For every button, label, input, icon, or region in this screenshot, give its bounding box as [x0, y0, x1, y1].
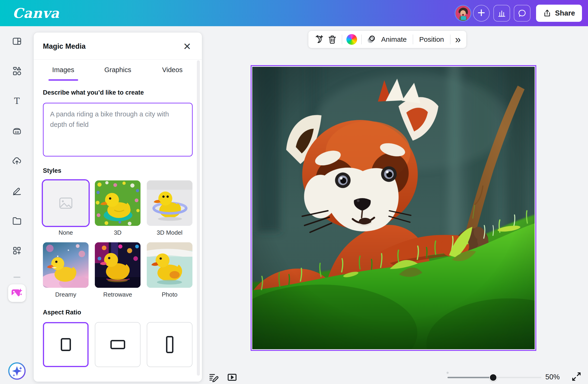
style-option-3d[interactable]: 3D [95, 180, 141, 236]
zoom-slider-thumb[interactable] [489, 374, 497, 382]
sidebar-item-apps[interactable] [9, 245, 25, 256]
zoom-slider-fill [447, 377, 493, 378]
style-thumb-dreamy [43, 242, 89, 288]
sidebar-item-uploads[interactable] [9, 156, 25, 166]
style-3d-duck-image [95, 180, 141, 226]
design-icon [12, 36, 22, 47]
sidebar-divider [13, 277, 21, 278]
panel-scrollbar[interactable] [197, 60, 200, 376]
style-dreamy-duck-image [43, 242, 89, 288]
panel-tabs: Images Graphics Videos [34, 60, 202, 81]
animate-button-icon-area[interactable] [364, 33, 378, 46]
sidebar-item-draw[interactable] [9, 186, 25, 196]
comment-plus-icon [314, 34, 324, 44]
expand-arrows-icon [571, 371, 582, 382]
style-thumb-none [43, 180, 89, 226]
style-label: None [43, 229, 89, 236]
sidebar-item-design[interactable] [9, 36, 25, 47]
aspect-option-portrait[interactable] [147, 322, 192, 367]
uploads-cloud-icon [12, 156, 22, 166]
trash-icon [327, 35, 337, 44]
prompt-input[interactable] [43, 103, 193, 156]
context-toolbar: Animate Position » [308, 31, 466, 48]
topbar-actions: + Share [455, 5, 582, 22]
draw-pen-icon [12, 186, 22, 196]
color-picker-button[interactable] [345, 33, 358, 46]
close-icon[interactable]: ✕ [181, 40, 194, 53]
present-button[interactable] [225, 371, 239, 384]
tab-images[interactable]: Images [36, 60, 90, 81]
sidebar-item-brand[interactable]: co [9, 126, 25, 136]
style-thumb-3d-model [147, 180, 192, 226]
projects-folder-icon [12, 215, 22, 226]
style-option-3d-model[interactable]: 3D Model [147, 180, 192, 236]
style-retrowave-duck-image [95, 242, 141, 288]
comments-button[interactable] [514, 5, 530, 21]
chat-bubble-icon [518, 9, 527, 18]
style-label: Dreamy [43, 291, 89, 298]
tab-graphics[interactable]: Graphics [90, 60, 145, 81]
delete-button[interactable] [326, 33, 339, 46]
sidebar: T co [0, 26, 34, 384]
style-label: 3D Model [147, 229, 192, 236]
zoom-slider[interactable] [447, 377, 541, 378]
toolbar-divider [361, 35, 362, 44]
color-wheel-icon [346, 34, 357, 45]
style-option-dreamy[interactable]: Dreamy [43, 242, 89, 298]
style-thumb-photo [147, 242, 192, 288]
svg-text:co: co [15, 130, 19, 134]
zoom-slider-marker [447, 372, 449, 374]
elements-icon [12, 66, 22, 77]
sidebar-item-text[interactable]: T [9, 96, 25, 107]
tab-videos[interactable]: Videos [145, 60, 200, 81]
animate-motion-icon [366, 34, 377, 45]
square-ratio-icon [61, 338, 71, 351]
share-button[interactable]: Share [536, 5, 582, 22]
play-presentation-icon [227, 372, 238, 383]
add-comment-button[interactable] [312, 33, 326, 46]
style-photo-duck-image [147, 242, 192, 288]
avatar[interactable] [455, 6, 471, 21]
magic-media-panel: Magic Media ✕ Images Graphics Videos Des… [34, 32, 202, 382]
styles-row-1: None [43, 180, 193, 236]
aspect-ratio-heading: Aspect Ratio [43, 309, 193, 316]
style-thumb-retrowave [95, 242, 141, 288]
aspect-option-square[interactable] [43, 322, 89, 367]
position-button[interactable]: Position [416, 36, 447, 43]
portrait-ratio-icon [166, 336, 173, 353]
magic-media-app-icon [11, 287, 23, 299]
aspect-option-landscape[interactable] [95, 322, 141, 367]
sidebar-item-elements[interactable] [9, 66, 25, 77]
animate-button[interactable]: Animate [378, 36, 410, 43]
style-thumb-3d [95, 180, 141, 226]
style-3d-model-duck-image [147, 180, 192, 226]
brand-icon: co [12, 126, 22, 136]
style-label: 3D [95, 229, 141, 236]
style-option-retrowave[interactable]: Retrowave [95, 242, 141, 298]
fullscreen-button[interactable] [571, 371, 582, 383]
toolbar-divider [342, 35, 342, 44]
panel-body: Describe what you’d like to create Style… [34, 81, 202, 367]
prompt-label: Describe what you’d like to create [43, 89, 193, 96]
style-label: Photo [147, 291, 192, 298]
styles-heading: Styles [43, 167, 193, 174]
zoom-level-value[interactable]: 50% [545, 373, 560, 381]
add-member-button[interactable]: + [473, 5, 490, 21]
top-bar: Canva + [0, 0, 588, 26]
more-tools-button[interactable]: » [453, 34, 462, 44]
share-label: Share [555, 9, 575, 17]
style-option-none[interactable]: None [43, 180, 89, 236]
style-option-photo[interactable]: Photo [147, 242, 192, 298]
canva-logo[interactable]: Canva [13, 5, 59, 21]
sidebar-item-projects[interactable] [9, 215, 25, 226]
notes-button[interactable] [207, 371, 220, 384]
avatar-image [455, 6, 471, 21]
insights-button[interactable] [493, 5, 510, 21]
sidebar-item-magic-media[interactable] [8, 284, 26, 302]
apps-icon [12, 245, 22, 256]
toolbar-divider [413, 35, 413, 44]
panel-title: Magic Media [43, 42, 85, 51]
ai-assistant-button[interactable] [8, 362, 26, 380]
canvas-page-selected-image[interactable] [251, 65, 536, 351]
notes-pencil-icon [208, 372, 219, 383]
